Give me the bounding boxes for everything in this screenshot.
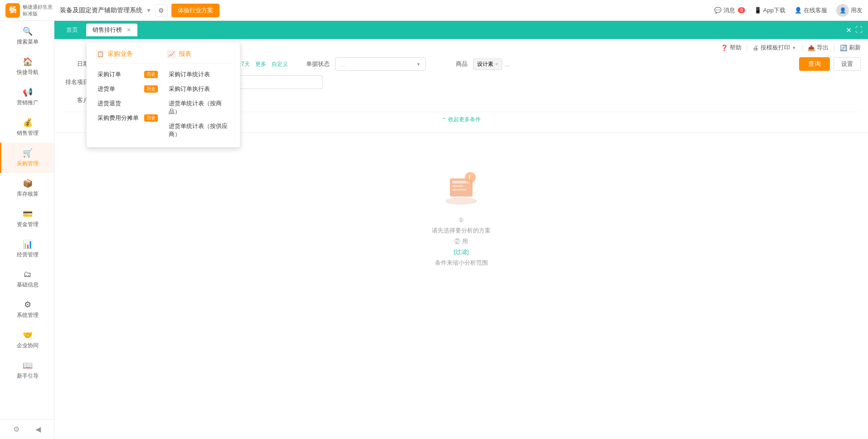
order-status-label: 单据状态	[302, 60, 330, 68]
marketing-icon: 📢	[23, 87, 33, 97]
message-icon: 💬	[714, 7, 722, 14]
date-custom[interactable]: 自定义	[272, 60, 288, 68]
system-title: 装备及固定资产辅助管理系统	[60, 6, 142, 15]
sidebar-item-guide[interactable]: 📖 新手引导	[0, 355, 54, 385]
purchase-icon: 🛒	[23, 148, 33, 158]
report-col-icon: 📈	[167, 49, 176, 59]
menu-item-purchase-order-stats[interactable]: 采购订单统计表	[167, 67, 231, 82]
top-bar-title: 装备及固定资产辅助管理系统 ▼ ⚙ 体验行业方案	[60, 4, 714, 17]
svg-text:!: !	[468, 174, 471, 181]
service-icon: 👤	[795, 7, 802, 14]
sidebar-item-sales[interactable]: 💰 销售管理	[0, 112, 54, 143]
sidebar-item-inventory[interactable]: 📦 库存核算	[0, 173, 54, 203]
toolbar-divider3	[834, 44, 834, 51]
menu-item-purchase-order-exec[interactable]: 采购订单执行表	[167, 82, 231, 96]
toolbar-divider1	[747, 44, 747, 51]
tab-close-all-icon[interactable]: ✕	[846, 26, 852, 35]
system-icon: ⚙	[24, 300, 31, 310]
product-dots[interactable]: ...	[505, 61, 510, 68]
date-label: 日期	[62, 60, 89, 68]
sidebar-collapse-icon[interactable]: ◀	[35, 425, 41, 434]
tab-expand-icon[interactable]: ⛶	[855, 26, 863, 34]
empty-illustration: !	[439, 169, 484, 206]
purchase-col-title: 📋 采购业务	[96, 48, 160, 64]
inventory-icon: 📦	[23, 178, 33, 188]
toolbar-divider2	[802, 44, 802, 51]
message-button[interactable]: 💬 消息 9	[714, 6, 745, 15]
top-bar: 畅 畅捷通好生意 标准版 装备及固定资产辅助管理系统 ▼ ⚙ 体验行业方案 💬 …	[0, 0, 868, 21]
report-column: 📈 报表 采购订单统计表 采购订单执行表 进货单统计表（按商品） 进货单统计表（…	[163, 48, 234, 142]
order-status-input[interactable]: ... ▼	[335, 57, 426, 71]
print-dropdown-arrow[interactable]: ▼	[792, 45, 796, 50]
sidebar-item-fund[interactable]: 💳 资金管理	[0, 203, 54, 234]
order-status-arrow: ▼	[416, 62, 421, 67]
sidebar-bottom: ⚙ ◀	[0, 419, 54, 439]
cooperation-icon: 🤝	[23, 330, 33, 340]
menu-item-purchase-expense[interactable]: 采购费用分摊单 历史	[96, 111, 160, 125]
sidebar-item-operation[interactable]: 📊 经营管理	[0, 234, 54, 264]
home-icon: 🏠	[23, 57, 33, 67]
product-tag-remove[interactable]: ×	[495, 61, 498, 67]
online-service-button[interactable]: 👤 在线客服	[795, 6, 827, 15]
empty-text: ① 请先选择要分析的方案 ② 用[过滤]条件来缩小分析范围	[432, 215, 491, 268]
industry-button[interactable]: 体验行业方案	[171, 4, 219, 17]
tab-bar: 首页 销售排行榜 ✕ 📋 采购业务 采购订单 历史 进货单	[54, 21, 868, 39]
export-icon: 📤	[808, 44, 815, 51]
salesperson-input[interactable]: ...	[232, 75, 323, 89]
history-badge: 历史	[144, 85, 158, 93]
query-button[interactable]: 查询	[799, 57, 830, 71]
logo: 畅 畅捷通好生意 标准版	[5, 3, 60, 18]
sidebar-item-base-info[interactable]: 🗂 基础信息	[0, 264, 54, 294]
sidebar-item-system[interactable]: ⚙ 系统管理	[0, 294, 54, 325]
top-bar-right: 💬 消息 9 📱 App下载 👤 在线客服 👤 用友	[714, 4, 863, 17]
sidebar-item-cooperation[interactable]: 🤝 企业协同	[0, 325, 54, 355]
logo-icon: 畅	[5, 3, 20, 18]
report-col-title: 📈 报表	[167, 48, 231, 64]
help-button[interactable]: ❓ 帮助	[721, 44, 741, 52]
action-buttons: 查询 设置	[799, 57, 861, 71]
order-status-value: ...	[340, 61, 345, 68]
menu-item-purchase-incoming[interactable]: 进货单 历史	[96, 82, 160, 96]
menu-item-purchase-order[interactable]: 采购订单 历史	[96, 67, 160, 82]
tab-close-icon[interactable]: ✕	[127, 27, 131, 33]
product-label: 商品	[440, 60, 468, 68]
user-menu[interactable]: 👤 用友	[836, 4, 863, 17]
menu-item-incoming-by-product[interactable]: 进货单统计表（按商品）	[167, 96, 231, 119]
title-dropdown-arrow[interactable]: ▼	[146, 7, 151, 14]
operation-icon: 📊	[23, 239, 33, 249]
sidebar-item-purchase[interactable]: 🛒 采购管理	[0, 143, 54, 173]
refresh-icon: 🔄	[840, 44, 847, 51]
help-icon: ❓	[721, 44, 728, 51]
guide-icon: 📖	[23, 360, 33, 370]
sidebar-item-quick-nav[interactable]: 🏠 快捷导航	[0, 51, 54, 82]
tab-actions: ✕ ⛶	[846, 26, 863, 35]
sidebar-item-search[interactable]: 🔍 搜索菜单	[0, 21, 54, 51]
app-icon: 📱	[754, 7, 761, 14]
tab-sales-rank[interactable]: 销售排行榜 ✕ 📋 采购业务 采购订单 历史 进货单 历史	[86, 24, 137, 36]
sidebar-item-marketing[interactable]: 📢 营销推广	[0, 82, 54, 112]
gear-button[interactable]: ⚙	[155, 4, 168, 17]
menu-item-purchase-return[interactable]: 进货退货	[96, 96, 160, 111]
date-more[interactable]: 更多	[255, 60, 266, 68]
svg-rect-4	[452, 189, 467, 191]
history-badge: 历史	[144, 71, 158, 78]
refresh-button[interactable]: 🔄 刷新	[840, 44, 861, 52]
menu-item-incoming-by-supplier[interactable]: 进货单统计表（按供应商）	[167, 119, 231, 142]
svg-point-0	[445, 197, 477, 205]
sales-icon: 💰	[23, 118, 33, 128]
print-icon: 🖨	[753, 44, 759, 51]
main-area: 首页 销售排行榜 ✕ 📋 采购业务 采购订单 历史 进货单	[54, 21, 868, 439]
purchase-dropdown: 📋 采购业务 采购订单 历史 进货单 历史 进货退货	[86, 42, 240, 148]
tab-home[interactable]: 首页	[60, 24, 84, 36]
svg-rect-3	[452, 185, 463, 187]
fund-icon: 💳	[23, 209, 33, 219]
export-button[interactable]: 📤 导出	[808, 44, 829, 52]
setting-button[interactable]: 设置	[834, 57, 861, 71]
collapse-icon: ⌃	[442, 117, 446, 123]
base-info-icon: 🗂	[24, 270, 32, 279]
product-tag: 设计素 ×	[473, 59, 502, 70]
print-button[interactable]: 🖨 按模板打印 ▼	[753, 44, 796, 52]
empty-state: ! ① 请先选择要分析的方案 ② 用[过滤]条件来缩小分析范围	[54, 133, 868, 304]
sidebar-settings-icon[interactable]: ⚙	[13, 425, 20, 434]
app-download-button[interactable]: 📱 App下载	[754, 6, 785, 15]
